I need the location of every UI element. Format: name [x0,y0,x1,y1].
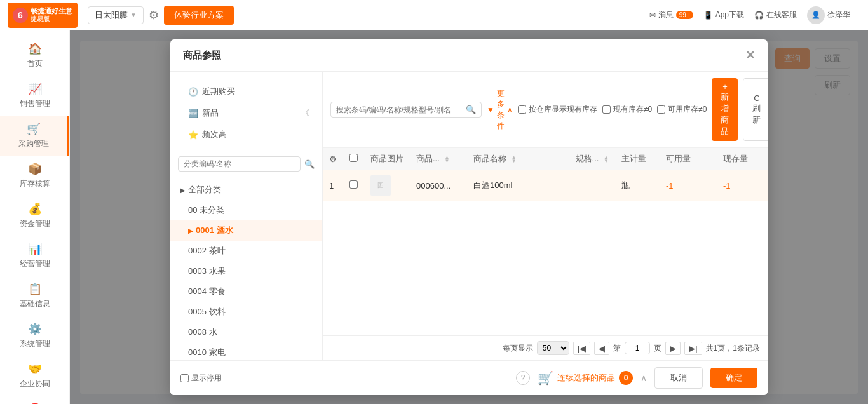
th-image: 商品图片 [364,148,410,170]
product-reference-modal: 商品参照 ✕ 🕐 近期购买 [170,39,768,395]
available-nonzero-checkbox[interactable]: 可用库存≠0 [657,104,707,115]
th-unit: 主计量 [615,148,660,170]
store-selector[interactable]: 日太阳膜 ▼ [88,6,144,24]
modal-close-btn[interactable]: ✕ [745,48,755,62]
help-icon[interactable]: ? [516,371,530,385]
purchase-icon: 🛒 [27,122,41,136]
avatar: 👤 [807,6,825,24]
row-name-cell: 白酒100ml [467,170,569,201]
sidebar-item-finance[interactable]: 💰 资金管理 [0,196,69,236]
stock-nonzero-checkbox[interactable]: 现有库存≠0 [602,104,652,115]
show-disabled-checkbox[interactable]: 显示停用 [180,373,222,384]
cancel-btn[interactable]: 取消 [654,367,703,389]
category-water[interactable]: 0008 水 [170,322,322,342]
th-code: 商品... ▲▼ [410,148,467,170]
sales-icon: 📈 [28,82,42,96]
first-page-btn[interactable]: |◀ [573,342,590,355]
category-uncategorized[interactable]: 00 未分类 [170,200,322,220]
sort-icon: ▲▼ [512,156,517,163]
cart-icon: 🛒 [538,370,553,386]
sidebar-item-enterprise[interactable]: 🤝 企业协同 [0,356,69,396]
category-appliances[interactable]: 0010 家电 [170,342,322,360]
pagination-bar: 每页显示 50 10 20 100 |◀ ◀ 第 页 [323,335,768,360]
product-code: 000600... [416,181,451,191]
row-index: 1 [323,170,343,201]
experience-btn[interactable]: 体验行业方案 [164,6,234,25]
category-search-input[interactable] [178,156,301,172]
collapse-left-btn[interactable]: 《 [296,105,315,121]
refresh-btn[interactable]: C 刷新 [743,78,768,141]
page-size-select[interactable]: 50 10 20 100 [537,341,569,355]
row-spec-cell [569,170,615,201]
sidebar-item-home[interactable]: 🏠 首页 [0,36,69,76]
show-disabled-input[interactable] [180,374,189,382]
sidebar-item-inventory[interactable]: 📦 库存核算 [0,156,69,196]
app-download-btn[interactable]: 📱 App下载 [703,10,744,20]
product-thumbnail: 图 [370,175,391,196]
available-nonzero-input[interactable] [657,105,665,114]
stock-nonzero-label: 现有库存≠0 [613,104,652,115]
row-unit-cell: 瓶 [615,170,660,201]
quick-filter-label: 频次高 [202,129,227,140]
recent-icon: 🕐 [188,87,198,97]
select-all-checkbox[interactable] [349,154,358,162]
modal-body: 🕐 近期购买 🆕 新品 ⭐ 频次高 [170,72,768,360]
settings-icon[interactable]: ⚙ [149,8,159,22]
category-tea[interactable]: 0002 茶叶 [170,241,322,261]
quick-filter-label: 新品 [202,107,219,119]
category-all[interactable]: ▶ 全部分类 [170,180,322,200]
online-service-btn[interactable]: 🎧 在线客服 [754,10,797,20]
confirm-btn[interactable]: 确定 [710,368,757,388]
th-spec: 规格... ▲▼ [569,148,615,170]
row-code-cell: 000600... [410,170,467,201]
page-word: 第 [613,343,621,354]
product-search-input[interactable] [336,105,463,114]
headset-icon: 🎧 [754,11,764,20]
last-page-btn[interactable]: ▶| [684,342,702,355]
quick-filter-frequent[interactable]: ⭐ 频次高 [178,124,292,145]
product-search-wrap: 🔍 [330,102,482,118]
logo-icon: 6 [13,8,28,23]
messages-btn[interactable]: ✉ 消息 99+ [649,10,693,20]
category-label: 0003 水果 [188,266,226,277]
next-page-btn[interactable]: ▶ [665,342,681,355]
table-row[interactable]: 1 图 000600... [323,170,768,201]
collapse-cart-btn[interactable]: ∧ [641,373,647,383]
warehouse-checkbox-input[interactable] [518,105,526,114]
category-label: 0005 饮料 [188,306,226,318]
table-action-btns: + 新增商品 C 刷新 [712,78,768,141]
more-filters-btn[interactable]: ▼ 更多条件 ∧ [487,88,513,131]
logo-text: 畅捷通好生意 捷易版 [31,7,72,23]
category-snacks[interactable]: 0004 零食 [170,281,322,302]
category-drinks[interactable]: 0005 饮料 [170,302,322,322]
page-unit: 页 [654,343,661,354]
sidebar-item-operation[interactable]: 📊 经营管理 [0,236,69,276]
row-checkbox[interactable] [349,180,358,189]
sidebar-item-purchase[interactable]: 🛒 采购管理 [0,116,69,156]
prev-page-btn[interactable]: ◀ [594,342,609,355]
add-product-btn[interactable]: + 新增商品 [712,78,738,141]
product-unit: 瓶 [621,180,630,190]
sidebar-item-system[interactable]: ⚙️ 系统管理 [0,316,69,356]
chevron-down-icon: ▼ [130,11,137,18]
quick-filter-new[interactable]: 🆕 新品 [178,102,292,124]
category-search-icon[interactable]: 🔍 [304,159,315,169]
category-liquor[interactable]: ▶ 0001 酒水 [170,220,322,241]
sidebar-item-sales[interactable]: 📈 销售管理 [0,76,69,116]
user-profile[interactable]: 👤 徐泽华 [807,6,850,24]
th-checkbox [343,148,364,170]
message-icon: ✉ [649,11,656,20]
stock-nonzero-input[interactable] [602,105,611,114]
sidebar-item-guide[interactable]: 🎯 新手引导 [0,396,69,404]
sidebar-item-basic[interactable]: 📋 基础信息 [0,276,69,316]
available-nonzero-label: 可用库存≠0 [668,104,707,115]
th-code-label: 商品... [416,154,440,163]
warehouse-display-checkbox[interactable]: 按仓库显示现有库存 [518,104,597,115]
category-fruit[interactable]: 0003 水果 [170,261,322,281]
warehouse-label: 按仓库显示现有库存 [529,104,597,115]
th-stock: 现存量 [717,148,768,170]
quick-filter-recent[interactable]: 🕐 近期购买 [178,81,292,102]
show-disabled-label: 显示停用 [191,373,222,384]
sort-icon: ▲▼ [444,156,449,163]
page-number-input[interactable] [625,342,650,354]
